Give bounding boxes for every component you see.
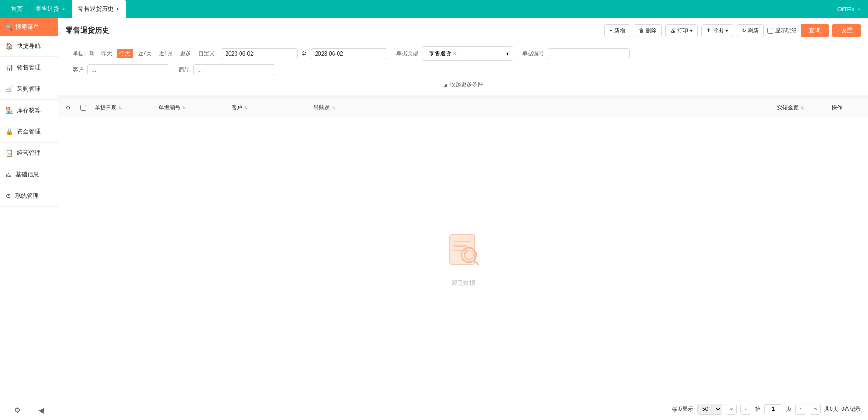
refresh-button[interactable]: ↻ 刷新 <box>737 24 764 37</box>
chevron-down-icon: ▾ <box>690 27 693 34</box>
close-tab-retail-return-history[interactable]: × <box>116 6 119 12</box>
date-shortcuts: 昨天 今天 近7天 近1月 更多 自定义 <box>98 49 217 58</box>
type-select-chevron: ▾ <box>506 51 509 57</box>
per-page-label: 每页显示 <box>672 405 693 413</box>
tab-retail-return-history[interactable]: 零售退货历史 × <box>72 0 126 18</box>
settings-bottom-icon[interactable]: ⚙ <box>14 406 21 415</box>
next-page-btn[interactable]: › <box>795 404 806 415</box>
type-filter: 单据类型 零售退货 × ▾ <box>396 46 513 61</box>
finance-icon: 🔒 <box>5 128 13 135</box>
purchase-icon: 🛒 <box>5 85 13 92</box>
sidebar-item-purchase[interactable]: 🛒 采购管理 <box>0 78 58 100</box>
last-page-btn[interactable]: » <box>810 404 821 415</box>
page-title-row: 零售退货历史 + 新增 🗑 删除 🖨 打印 ▾ ⬆ 导出 ▾ <box>66 24 861 37</box>
query-button[interactable]: 查询 <box>801 24 829 37</box>
tab-home[interactable]: 首页 <box>5 0 29 18</box>
table-header: ⚙ 单据日期 ⇅ 单据编号 ⇅ 客户 ⇅ 导购员 <box>58 99 868 117</box>
sidebar-item-system[interactable]: ⚙ 系统管理 <box>0 185 58 207</box>
th-num: 单据编号 ⇅ <box>155 104 228 112</box>
toolbar: + 新增 🗑 删除 🖨 打印 ▾ ⬆ 导出 ▾ ↻ 刷新 <box>604 24 861 37</box>
sidebar-item-inventory[interactable]: 🏪 库存核算 <box>0 100 58 121</box>
remove-type-tag[interactable]: × <box>453 51 456 57</box>
date-to-input[interactable] <box>311 48 387 59</box>
show-detail-checkbox[interactable]: 显示明细 <box>767 27 797 35</box>
sidebar-item-basic-info[interactable]: 🗂 基础信息 <box>0 164 58 185</box>
goods-filter-label: 商品 <box>179 66 190 74</box>
th-action: 操作 <box>828 104 864 112</box>
sidebar-item-finance[interactable]: 🔒 资金管理 <box>0 121 58 143</box>
num-filter-label: 单据编号 <box>522 50 544 57</box>
filter-area: 单据日期 昨天 今天 近7天 近1月 更多 自定义 至 <box>66 42 861 95</box>
sidebar-search[interactable]: 🔍 搜索菜单 <box>0 18 58 36</box>
th-customer: 客户 ⇅ <box>228 104 310 112</box>
sort-amount-icon[interactable]: ⇅ <box>801 105 804 110</box>
sort-date-icon[interactable]: ⇅ <box>118 105 122 110</box>
empty-text: 暂无数据 <box>452 279 475 287</box>
sidebar: 🔍 搜索菜单 🏠 快捷导航 📊 销售管理 🛒 采购管理 🏪 库存核算 🔒 资金管… <box>0 18 58 420</box>
svg-point-7 <box>464 251 467 254</box>
chevron-down-export-icon: ▾ <box>725 27 728 34</box>
print-button[interactable]: 🖨 打印 ▾ <box>665 24 698 37</box>
tab-retail-return[interactable]: 零售退货 × <box>29 0 72 18</box>
date-btn-more[interactable]: 更多 <box>177 49 194 58</box>
sidebar-item-sales[interactable]: 📊 销售管理 <box>0 57 58 78</box>
sort-guide-icon[interactable]: ⇅ <box>332 105 335 110</box>
sort-num-icon[interactable]: ⇅ <box>182 105 186 110</box>
show-detail-input[interactable] <box>767 28 773 34</box>
sidebar-item-quicknav[interactable]: 🏠 快捷导航 <box>0 36 58 57</box>
home-icon: 🏠 <box>5 42 13 50</box>
svg-rect-0 <box>450 235 475 264</box>
per-page-select[interactable]: 50 10 20 100 <box>697 404 722 415</box>
svg-rect-1 <box>453 241 471 242</box>
sidebar-bottom: ⚙ ◀ <box>0 400 58 420</box>
page-input[interactable] <box>764 404 782 414</box>
export-button[interactable]: ⬆ 导出 ▾ <box>701 24 733 37</box>
settings-button[interactable]: 设置 <box>832 24 861 37</box>
date-filter-label: 单据日期 <box>73 50 95 57</box>
filter-row-1: 单据日期 昨天 今天 近7天 近1月 更多 自定义 至 <box>73 46 853 61</box>
th-guide: 导购员 ⇅ <box>310 104 773 112</box>
type-filter-label: 单据类型 <box>396 50 418 57</box>
date-btn-1month[interactable]: 近1月 <box>156 49 176 58</box>
delete-button[interactable]: 🗑 删除 <box>634 24 662 37</box>
date-btn-custom[interactable]: 自定义 <box>195 49 217 58</box>
filter-row-2: 客户 商品 <box>73 64 853 75</box>
sidebar-item-operations[interactable]: 📋 经营管理 <box>0 143 58 164</box>
th-check[interactable] <box>77 105 91 111</box>
customer-filter: 客户 <box>73 64 169 75</box>
close-tab-retail-return[interactable]: × <box>62 6 65 12</box>
date-from-input[interactable] <box>221 48 298 59</box>
collapse-filter-btn[interactable]: ▲ 收起更多条件 <box>436 79 491 90</box>
close-window-icon[interactable]: × <box>857 6 861 13</box>
gear-icon[interactable]: ⚙ <box>66 105 71 111</box>
sort-customer-icon[interactable]: ⇅ <box>244 105 248 110</box>
goods-filter: 商品 <box>179 64 275 75</box>
customer-filter-label: 客户 <box>73 66 84 74</box>
goods-filter-input[interactable] <box>193 64 275 75</box>
date-btn-yesterday[interactable]: 昨天 <box>98 49 115 58</box>
customer-filter-input[interactable] <box>87 64 169 75</box>
type-tag: 零售退货 × <box>426 49 459 58</box>
prev-page-btn[interactable]: ‹ <box>740 404 751 415</box>
num-filter: 单据编号 <box>522 48 630 59</box>
total-text: 共0页, 0条记录 <box>824 405 861 413</box>
page-label: 第 <box>755 405 760 413</box>
first-page-btn[interactable]: « <box>726 404 737 415</box>
chevron-up-icon: ▲ <box>443 82 449 88</box>
collapse-sidebar-icon[interactable]: ◀ <box>38 406 44 415</box>
date-btn-today[interactable]: 今天 <box>117 49 133 58</box>
basic-info-icon: 🗂 <box>5 171 12 178</box>
sales-icon: 📊 <box>5 64 13 71</box>
table-area: ⚙ 单据日期 ⇅ 单据编号 ⇅ 客户 ⇅ 导购员 <box>58 99 868 420</box>
date-btn-7days[interactable]: 近7天 <box>135 49 154 58</box>
main-layout: 🔍 搜索菜单 🏠 快捷导航 📊 销售管理 🛒 采购管理 🏪 库存核算 🔒 资金管… <box>0 18 868 420</box>
type-select[interactable]: 零售退货 × ▾ <box>422 46 513 61</box>
new-button[interactable]: + 新增 <box>604 24 630 37</box>
th-settings[interactable]: ⚙ <box>62 105 77 111</box>
th-date: 单据日期 ⇅ <box>91 104 155 112</box>
page-title: 零售退货历史 <box>66 26 109 36</box>
select-all-checkbox[interactable] <box>80 105 86 111</box>
empty-icon <box>441 228 486 273</box>
inventory-icon: 🏪 <box>5 107 13 114</box>
num-filter-input[interactable] <box>548 48 630 59</box>
